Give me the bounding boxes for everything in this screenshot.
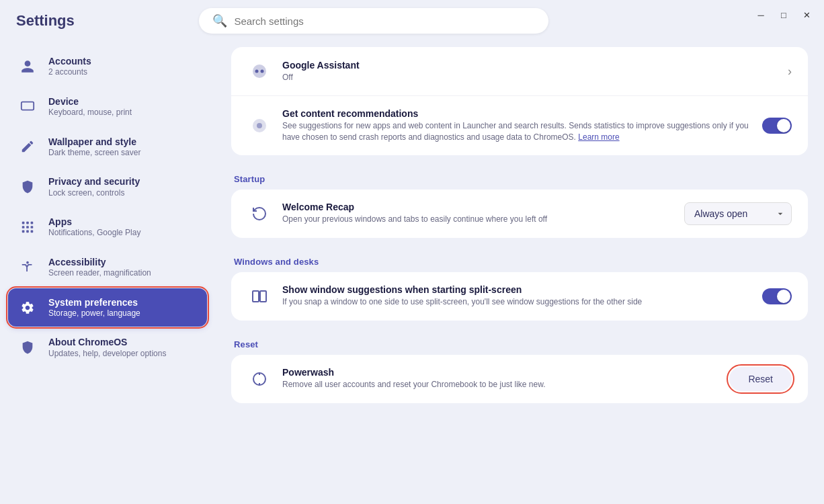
sidebar-item-system[interactable]: System preferences Storage, power, langu… bbox=[8, 288, 207, 327]
split-screen-toggle-knob bbox=[777, 290, 790, 303]
startup-section-header: Startup bbox=[231, 163, 808, 190]
svg-rect-9 bbox=[31, 230, 34, 233]
search-input[interactable] bbox=[234, 15, 535, 27]
welcome-recap-dropdown[interactable]: Always open Ask every time Never bbox=[684, 202, 792, 225]
split-screen-toggle[interactable] bbox=[762, 288, 792, 304]
accounts-subtitle: 2 accounts bbox=[48, 67, 91, 78]
privacy-subtitle: Lock screen, controls bbox=[48, 188, 140, 199]
split-screen-row: Show window suggestions when starting sp… bbox=[231, 272, 808, 321]
google-assistant-title: Google Assistant bbox=[282, 60, 777, 71]
google-assistant-text: Google Assistant Off bbox=[282, 60, 777, 83]
apps-icon bbox=[17, 217, 38, 237]
privacy-icon bbox=[17, 177, 38, 197]
svg-point-11 bbox=[253, 65, 266, 78]
content-recommendations-icon bbox=[247, 114, 272, 138]
svg-rect-7 bbox=[22, 230, 25, 233]
apps-subtitle: Notifications, Google Play bbox=[48, 228, 140, 239]
device-icon bbox=[17, 97, 38, 117]
apps-title: Apps bbox=[48, 216, 140, 228]
close-button[interactable]: ✕ bbox=[797, 5, 816, 24]
split-screen-text: Show window suggestions when starting sp… bbox=[282, 284, 751, 308]
content-recommendations-toggle-container[interactable] bbox=[762, 118, 792, 134]
minimize-button[interactable]: ─ bbox=[751, 5, 770, 24]
sidebar-item-privacy[interactable]: Privacy and security Lock screen, contro… bbox=[8, 167, 207, 206]
svg-rect-8 bbox=[26, 230, 29, 233]
learn-more-link[interactable]: Learn more bbox=[578, 132, 619, 142]
page-title: Settings bbox=[16, 12, 75, 30]
window-controls: ─ □ ✕ bbox=[751, 5, 816, 24]
powerwash-subtitle: Remove all user accounts and reset your … bbox=[282, 379, 718, 390]
svg-rect-16 bbox=[253, 291, 259, 302]
google-assistant-action[interactable]: › bbox=[788, 65, 792, 79]
wallpaper-icon bbox=[17, 136, 38, 157]
startup-card: Welcome Recap Open your previous windows… bbox=[231, 190, 808, 238]
welcome-recap-row: Welcome Recap Open your previous windows… bbox=[231, 190, 808, 238]
search-icon: 🔍 bbox=[212, 13, 227, 28]
chevron-right-icon: › bbox=[788, 65, 792, 78]
maximize-button[interactable]: □ bbox=[774, 5, 793, 24]
sidebar-item-device[interactable]: Device Keyboard, mouse, print bbox=[8, 87, 207, 126]
accessibility-text: Accessibility Screen reader, magnificati… bbox=[48, 256, 151, 279]
welcome-recap-dropdown-container[interactable]: Always open Ask every time Never bbox=[684, 202, 792, 225]
accounts-text: Accounts 2 accounts bbox=[48, 55, 91, 78]
system-subtitle: Storage, power, language bbox=[48, 308, 140, 319]
sidebar-item-apps[interactable]: Apps Notifications, Google Play bbox=[8, 208, 207, 247]
powerwash-row: Powerwash Remove all user accounts and r… bbox=[231, 355, 808, 403]
svg-rect-6 bbox=[31, 226, 34, 228]
google-assistant-row: Google Assistant Off › bbox=[231, 47, 808, 96]
privacy-title: Privacy and security bbox=[48, 175, 140, 187]
svg-point-10 bbox=[26, 261, 29, 264]
content-recommendations-text: Get content recommendations See suggesti… bbox=[282, 108, 751, 143]
content-recommendations-title: Get content recommendations bbox=[282, 108, 751, 119]
svg-point-13 bbox=[261, 70, 264, 73]
reset-card: Powerwash Remove all user accounts and r… bbox=[231, 355, 808, 403]
powerwash-icon bbox=[247, 367, 272, 391]
powerwash-title: Powerwash bbox=[282, 367, 718, 378]
accessibility-icon bbox=[17, 257, 38, 278]
toggle-knob bbox=[777, 119, 790, 132]
windows-desks-section-header: Windows and desks bbox=[231, 246, 808, 272]
sidebar: Accounts 2 accounts Device Keyboard, mou… bbox=[0, 42, 215, 504]
welcome-recap-title: Welcome Recap bbox=[282, 202, 673, 212]
svg-rect-0 bbox=[22, 101, 34, 110]
reset-section-header: Reset bbox=[231, 329, 808, 355]
search-bar[interactable]: 🔍 bbox=[199, 8, 548, 34]
powerwash-button-container[interactable]: Reset bbox=[729, 367, 792, 391]
device-title: Device bbox=[48, 95, 132, 108]
google-assistant-icon bbox=[247, 59, 272, 83]
apps-text: Apps Notifications, Google Play bbox=[48, 216, 140, 239]
device-subtitle: Keyboard, mouse, print bbox=[48, 108, 132, 118]
accessibility-title: Accessibility bbox=[48, 256, 151, 268]
welcome-recap-subtitle: Open your previous windows and tabs to e… bbox=[282, 214, 673, 225]
sidebar-item-accessibility[interactable]: Accessibility Screen reader, magnificati… bbox=[8, 248, 207, 287]
svg-point-15 bbox=[257, 123, 262, 128]
reset-button[interactable]: Reset bbox=[729, 367, 792, 391]
split-screen-toggle-container[interactable] bbox=[762, 288, 792, 304]
about-icon bbox=[17, 337, 38, 358]
svg-rect-2 bbox=[26, 222, 29, 224]
body: Accounts 2 accounts Device Keyboard, mou… bbox=[0, 42, 824, 504]
wallpaper-title: Wallpaper and style bbox=[48, 136, 140, 148]
content-recommendations-row: Get content recommendations See suggesti… bbox=[231, 96, 808, 155]
svg-rect-4 bbox=[22, 226, 25, 228]
sidebar-item-accounts[interactable]: Accounts 2 accounts bbox=[8, 47, 207, 86]
sidebar-item-about[interactable]: About ChromeOS Updates, help, developer … bbox=[8, 328, 207, 367]
about-title: About ChromeOS bbox=[48, 336, 166, 348]
google-assistant-subtitle: Off bbox=[282, 72, 777, 83]
svg-point-12 bbox=[255, 70, 259, 73]
wallpaper-text: Wallpaper and style Dark theme, screen s… bbox=[48, 136, 140, 159]
wallpaper-subtitle: Dark theme, screen saver bbox=[48, 148, 140, 159]
device-text: Device Keyboard, mouse, print bbox=[48, 95, 132, 118]
system-icon bbox=[17, 298, 38, 318]
header: Settings 🔍 bbox=[0, 0, 824, 42]
content-recommendations-toggle[interactable] bbox=[762, 118, 792, 134]
app-window: ─ □ ✕ Settings 🔍 Accounts 2 accounts Dev… bbox=[0, 0, 824, 504]
welcome-recap-icon bbox=[247, 202, 272, 226]
accounts-title: Accounts bbox=[48, 55, 91, 67]
content-area: Google Assistant Off › Get content recom… bbox=[215, 42, 824, 504]
sidebar-item-wallpaper[interactable]: Wallpaper and style Dark theme, screen s… bbox=[8, 128, 207, 167]
split-screen-subtitle: If you snap a window to one side to use … bbox=[282, 296, 751, 308]
welcome-recap-text: Welcome Recap Open your previous windows… bbox=[282, 202, 673, 225]
system-text: System preferences Storage, power, langu… bbox=[48, 296, 140, 319]
privacy-text: Privacy and security Lock screen, contro… bbox=[48, 175, 140, 198]
